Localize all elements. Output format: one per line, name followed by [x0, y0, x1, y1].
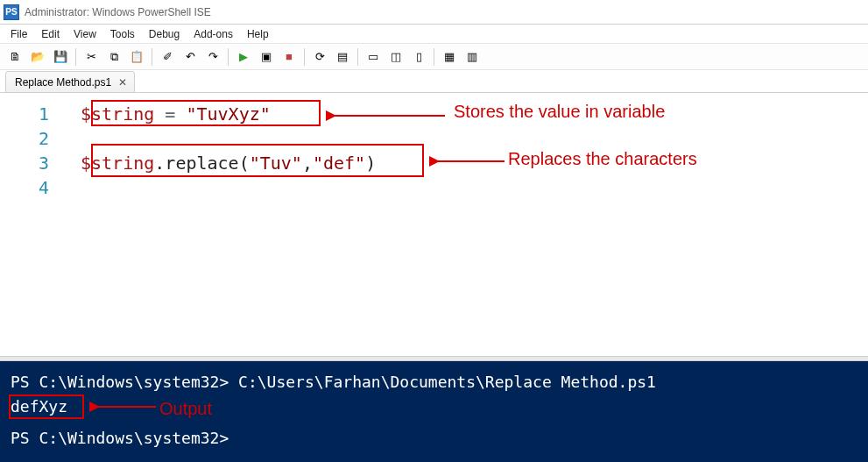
toolbar-separator: [434, 48, 434, 66]
menu-debug[interactable]: Debug: [142, 26, 187, 42]
run-selection-icon[interactable]: ▣: [256, 46, 277, 68]
save-icon[interactable]: 💾: [50, 46, 71, 68]
toolbar-separator: [228, 48, 229, 66]
powershell-icon[interactable]: ▤: [332, 46, 353, 68]
console-line-1: PS C:\Windows\system32> C:\Users\Farhan\…: [11, 370, 857, 394]
code-area[interactable]: $string = "TuvXyz" $string.replace("Tuv"…: [81, 102, 868, 200]
toolbar-separator: [304, 48, 305, 66]
code-token: $string: [81, 153, 154, 174]
tabstrip: Replace Method.ps1 ✕: [0, 70, 868, 93]
undo-icon[interactable]: ↶: [180, 46, 201, 68]
menu-add-ons[interactable]: Add-ons: [187, 26, 240, 42]
code-token: ): [365, 153, 376, 174]
console-prompt: PS C:\Windows\system32>: [11, 373, 238, 391]
console-pane[interactable]: PS C:\Windows\system32> C:\Users\Farhan\…: [0, 361, 868, 462]
gutter: 1234: [0, 93, 70, 356]
toolbar: 🗎📂💾✂⧉📋✐↶↷▶▣■⟳▤▭◫▯▦▥: [0, 44, 868, 70]
menu-tools[interactable]: Tools: [103, 26, 142, 42]
code-line[interactable]: [81, 175, 868, 200]
tab-replace-method[interactable]: Replace Method.ps1 ✕: [5, 71, 135, 92]
window-title: Administrator: Windows PowerShell ISE: [25, 6, 211, 18]
run-icon[interactable]: ▶: [233, 46, 254, 68]
toolbar-separator: [75, 48, 76, 66]
menu-edit[interactable]: Edit: [34, 26, 67, 42]
code-token: =: [154, 103, 186, 124]
console-command: C:\Users\Farhan\Documents\Replace Method…: [238, 373, 656, 391]
paste-icon[interactable]: 📋: [126, 46, 147, 68]
redo-icon[interactable]: ↷: [202, 46, 223, 68]
menu-file[interactable]: File: [4, 26, 34, 42]
code-editor[interactable]: 1234 $string = "TuvXyz" $string.replace(…: [0, 93, 868, 356]
code-line[interactable]: $string.replace("Tuv","def"): [81, 151, 868, 175]
tab-label: Replace Method.ps1: [15, 76, 111, 89]
new-file-icon[interactable]: 🗎: [4, 46, 25, 68]
stop-icon[interactable]: ■: [279, 46, 300, 68]
toolbar-separator: [152, 48, 152, 66]
code-token: ,: [302, 153, 313, 174]
line-number: 3: [0, 151, 70, 175]
show-command-icon[interactable]: ▥: [462, 46, 483, 68]
console-prompt-2: PS C:\Windows\system32>: [11, 426, 857, 451]
code-line[interactable]: [81, 126, 868, 151]
code-token: $string: [81, 103, 154, 124]
code-token: "Tuv": [250, 153, 302, 174]
code-token: "TuvXyz": [186, 103, 270, 124]
line-number: 2: [0, 126, 70, 151]
toolbar-separator: [357, 48, 358, 66]
script-pane-right-icon[interactable]: ◫: [385, 46, 406, 68]
script-pane-top-icon[interactable]: ▭: [363, 46, 384, 68]
open-file-icon[interactable]: 📂: [27, 46, 48, 68]
menu-view[interactable]: View: [67, 26, 103, 42]
code-line[interactable]: $string = "TuvXyz": [81, 102, 868, 126]
tab-close-icon[interactable]: ✕: [118, 76, 127, 89]
cut-icon[interactable]: ✂: [81, 46, 102, 68]
commands-icon[interactable]: ▦: [439, 46, 460, 68]
menu-help[interactable]: Help: [240, 26, 276, 42]
menubar: File Edit View Tools Debug Add-ons Help: [0, 25, 868, 44]
titlebar: PS Administrator: Windows PowerShell ISE: [0, 0, 868, 25]
line-number: 1: [0, 102, 70, 126]
console-output: defXyz: [11, 394, 857, 419]
code-token: "def": [313, 153, 365, 174]
script-pane-max-icon[interactable]: ▯: [408, 46, 429, 68]
code-token: .replace(: [154, 153, 249, 174]
clear-icon[interactable]: ✐: [157, 46, 178, 68]
remote-icon[interactable]: ⟳: [309, 46, 330, 68]
powershell-ise-app-icon: PS: [4, 4, 19, 20]
line-number: 4: [0, 175, 70, 200]
copy-icon[interactable]: ⧉: [103, 46, 124, 68]
